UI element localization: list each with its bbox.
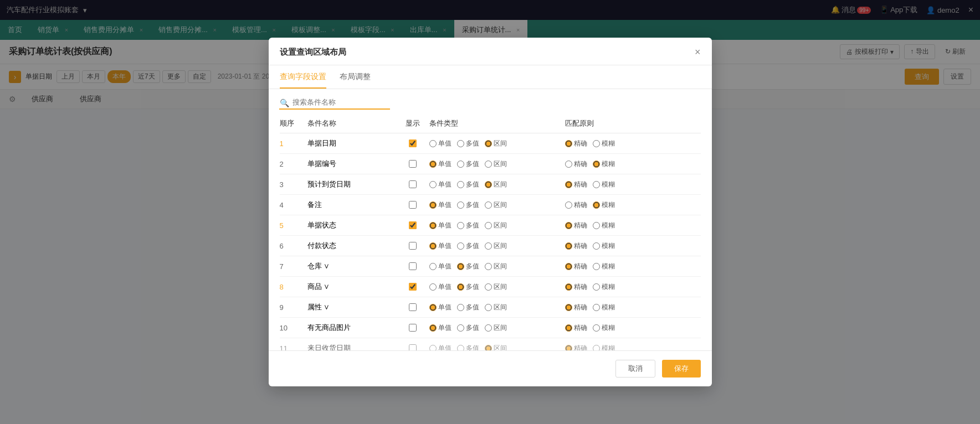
dialog-search-bar: 🔍 bbox=[269, 89, 712, 109]
dialog-title: 设置查询区域布局 bbox=[280, 47, 346, 58]
tab-query-fields[interactable]: 查询字段设置 bbox=[280, 72, 326, 89]
dialog-close-button[interactable]: × bbox=[695, 46, 701, 58]
search-icon: 🔍 bbox=[280, 99, 289, 107]
search-input[interactable] bbox=[279, 96, 390, 109]
dialog-tabs: 查询字段设置 布局调整 bbox=[269, 65, 712, 89]
settings-dialog: 设置查询区域布局 × 查询字段设置 布局调整 🔍 顺序 条件名称 显示 条件类型… bbox=[269, 38, 712, 109]
dialog-header: 设置查询区域布局 × bbox=[269, 38, 712, 65]
tab-layout[interactable]: 布局调整 bbox=[340, 72, 371, 89]
